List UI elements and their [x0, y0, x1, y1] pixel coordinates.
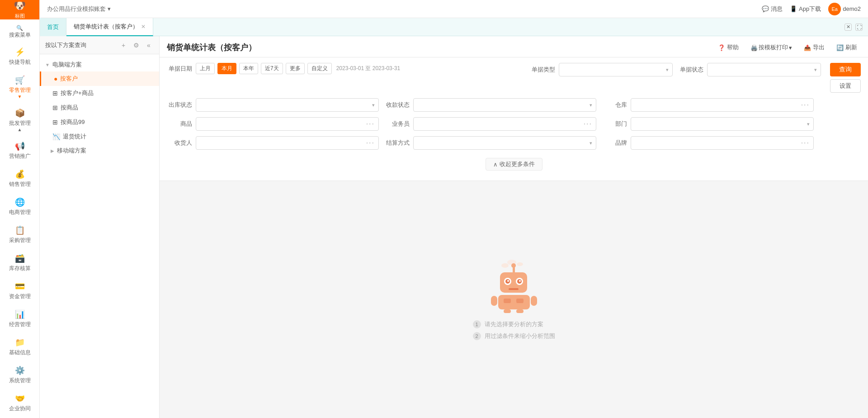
message-button[interactable]: 💬 消息	[762, 5, 783, 13]
consignee-dots-icon: ···	[366, 139, 375, 147]
sidebar-item-sales[interactable]: 💰 销售管理	[0, 165, 39, 193]
date-btn-lastmonth[interactable]: 上月	[196, 63, 215, 74]
mobile-arrow-icon: ▶	[51, 148, 54, 153]
tree-item-by-product[interactable]: ⊞ 按商品	[40, 100, 159, 115]
sidebar-item-enterprise[interactable]: 🤝 企业协同	[0, 389, 39, 417]
tree-group-desktop-header[interactable]: ▼ 电脑端方案	[40, 58, 159, 71]
tree-area: ▼ 电脑端方案 ● 按客户 ⊞ 按客户+商品 ⊞ 按商品	[40, 54, 159, 418]
dept-chevron-icon: ▾	[807, 121, 810, 127]
window-controls: ✕ ⛶	[844, 24, 868, 31]
sidebar-item-ecommerce[interactable]: 🌐 电商管理	[0, 193, 39, 221]
by-product-label: 按商品	[61, 104, 78, 112]
tree-item-by-customer-product[interactable]: ⊞ 按客户+商品	[40, 86, 159, 100]
out-status-control[interactable]: ▾	[196, 98, 379, 112]
sidebar-item-marketing[interactable]: 📢 营销推广	[0, 137, 39, 165]
date-filter: 上月 本月 本年 近7天 更多 自定义 2023-03-01 至 2023-03…	[196, 63, 400, 74]
tree-item-by-customer[interactable]: ● 按客户	[40, 71, 159, 86]
user-profile[interactable]: Ea demo2	[828, 3, 861, 15]
receipt-status-control[interactable]: ▾	[413, 98, 596, 112]
tree-group-mobile-header[interactable]: ▶ 移动端方案	[40, 144, 159, 157]
sidebar-item-procurement[interactable]: 📋 采购管理	[0, 221, 39, 249]
sidebar-item-retail[interactable]: 🛒 零售管理 ▼	[0, 71, 39, 104]
ecommerce-label: 电商管理	[9, 209, 31, 216]
topbar-left: 办公用品行业模拟账套 ▾	[47, 5, 111, 13]
product-control[interactable]: ···	[196, 117, 379, 131]
consignee-control[interactable]: ···	[196, 136, 379, 150]
tab-report[interactable]: 销货单统计表（按客户） ✕	[66, 18, 153, 36]
tab-report-close[interactable]: ✕	[141, 24, 146, 30]
date-btn-thismonth[interactable]: 本月	[217, 63, 236, 74]
app-logo[interactable]: 🐶 标图	[0, 0, 40, 19]
dept-control[interactable]: ▾	[631, 117, 814, 131]
svg-point-4	[511, 263, 516, 268]
tree-item-return-stats[interactable]: 📉 退货统计	[40, 129, 159, 144]
bill-status-control[interactable]: ▾	[707, 63, 821, 76]
settings-button[interactable]: 设置	[830, 79, 861, 93]
svg-point-2	[517, 262, 523, 266]
payment-control[interactable]: ▾	[413, 136, 596, 150]
tree-group-desktop: ▼ 电脑端方案 ● 按客户 ⊞ 按客户+商品 ⊞ 按商品	[40, 58, 159, 144]
collapse-filters-button[interactable]: ∧ 收起更多条件	[486, 158, 542, 171]
product-icon: ⊞	[52, 104, 58, 111]
left-panel: 按以下方案查询 + ⚙ « ▼ 电脑端方案	[40, 36, 160, 418]
tabbar: 首页 销货单统计表（按客户） ✕ ✕ ⛶	[40, 18, 868, 36]
print-chevron-icon: ▾	[789, 44, 792, 51]
page-header: 销货单统计表（按客户） ❓ 帮助 🖨️ 按模板打印 ▾ 📤 导出	[160, 36, 868, 57]
collapse-panel-button[interactable]: «	[144, 40, 154, 50]
hint-1-text: 请先选择要分析的方案	[485, 320, 543, 328]
bill-type-control[interactable]: ▾	[559, 63, 673, 76]
sidebar-item-sysadmin[interactable]: ⚙️ 系统管理	[0, 361, 39, 389]
query-button[interactable]: 查询	[830, 63, 861, 76]
warehouse-dots-icon: ···	[801, 101, 810, 109]
svg-rect-18	[504, 309, 511, 313]
warehouse-control[interactable]: ···	[631, 98, 814, 112]
bill-type-label: 单据类型	[530, 66, 555, 74]
date-btn-thisyear[interactable]: 本年	[239, 63, 258, 74]
empty-state: 1 请先选择要分析的方案 2 用过滤条件来缩小分析范围	[160, 181, 868, 418]
export-button[interactable]: 📤 导出	[800, 42, 828, 53]
sales-icon: 💰	[15, 169, 25, 179]
help-button[interactable]: ❓ 帮助	[714, 42, 742, 53]
collapse-filters-label: 收起更多条件	[500, 160, 535, 168]
desktop-group-label: 电脑端方案	[52, 61, 82, 69]
template-print-button[interactable]: 🖨️ 按模板打印 ▾	[747, 42, 796, 53]
date-btn-7days[interactable]: 近7天	[261, 63, 283, 74]
brand-control[interactable]: ···	[631, 136, 814, 150]
salesperson-label: 业务员	[384, 120, 410, 128]
warehouse-label: 仓库	[602, 101, 627, 109]
inventory-icon: 🗃️	[15, 253, 25, 263]
account-dropdown[interactable]: 办公用品行业模拟账套 ▾	[47, 5, 111, 13]
topbar: 办公用品行业模拟账套 ▾ 💬 消息 📱 App下载 Ea demo2	[40, 0, 868, 18]
window-maximize-button[interactable]: ⛶	[855, 24, 863, 31]
app-download-label: App下载	[799, 5, 821, 13]
sidebar-item-finance[interactable]: 💳 资金管理	[0, 277, 39, 305]
svg-rect-15	[516, 299, 524, 303]
svg-rect-16	[491, 296, 497, 306]
tab-home[interactable]: 首页	[40, 18, 66, 36]
page-actions: ❓ 帮助 🖨️ 按模板打印 ▾ 📤 导出 🔄 刷新	[714, 42, 861, 53]
sidebar-item-basicinfo[interactable]: 📁 基础信息	[0, 333, 39, 361]
query-buttons: 查询 设置	[830, 63, 861, 93]
inventory-label: 库存核算	[9, 265, 31, 272]
date-btn-custom[interactable]: 自定义	[307, 63, 332, 74]
sidebar-item-wholesale[interactable]: 📦 批发管理 ▲	[0, 104, 39, 137]
tree-item-by-product-99[interactable]: ⊞ 按商品99	[40, 115, 159, 129]
app-download-button[interactable]: 📱 App下载	[790, 5, 821, 13]
refresh-button[interactable]: 🔄 刷新	[833, 42, 861, 53]
sidebar-item-quicknav[interactable]: ⚡ 快捷导航	[0, 43, 39, 71]
template-print-label: 按模板打印	[759, 43, 788, 52]
sidebar-item-operations[interactable]: 📊 经营管理	[0, 305, 39, 333]
retail-arrow: ▼	[18, 94, 22, 99]
add-scheme-button[interactable]: +	[118, 40, 128, 50]
date-btn-more[interactable]: 更多	[286, 63, 305, 74]
sidebar-item-inventory[interactable]: 🗃️ 库存核算	[0, 249, 39, 277]
sidebar-item-search[interactable]: 🔍 搜索菜单	[9, 19, 31, 43]
sidebar: 🐶 标图 🔍 搜索菜单 ⚡ 快捷导航 🛒 零售管理 ▼ 📦 批发管理 ▲ 📢 营…	[0, 0, 40, 418]
window-minimize-button[interactable]: ✕	[844, 24, 852, 31]
procurement-icon: 📋	[15, 225, 25, 235]
salesperson-control[interactable]: ···	[413, 117, 596, 131]
empty-hints: 1 请先选择要分析的方案 2 用过滤条件来缩小分析范围	[473, 320, 555, 340]
settings-scheme-button[interactable]: ⚙	[131, 40, 141, 50]
print-icon: 🖨️	[750, 44, 758, 51]
sysadmin-icon: ⚙️	[15, 366, 25, 375]
